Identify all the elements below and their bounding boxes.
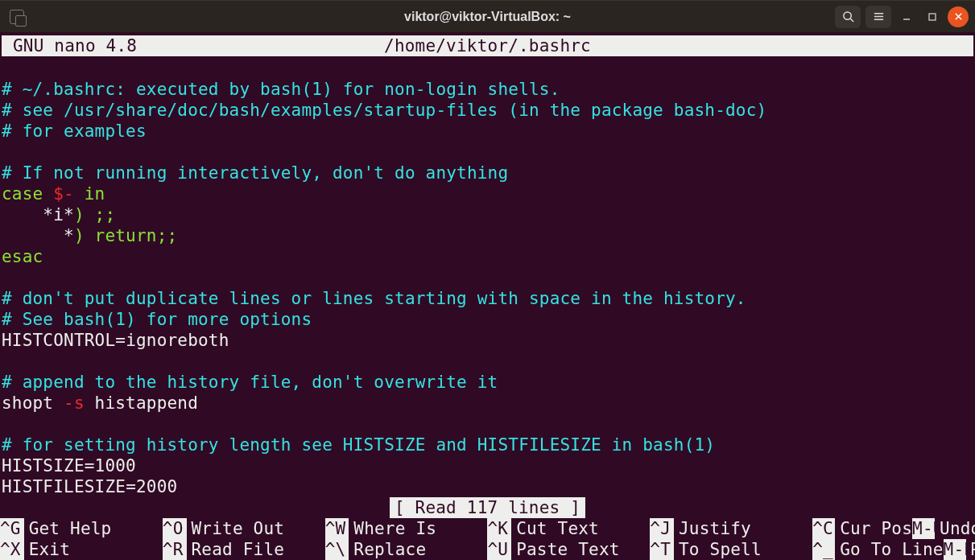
shortcut-item: ^_Go To LineM-ERedo xyxy=(812,539,975,560)
shortcut-item: ^GGet Help xyxy=(0,518,163,539)
menu-button[interactable] xyxy=(866,6,891,28)
nano-app-title: GNU nano 4.8 xyxy=(8,35,137,56)
shortcut-item: ^RRead File xyxy=(163,539,325,560)
window-title: viktor@viktor-VirtualBox: ~ xyxy=(404,10,571,24)
search-button[interactable] xyxy=(835,6,861,28)
minimize-button[interactable] xyxy=(896,6,917,27)
status-bar: [ Read 117 lines ] xyxy=(0,497,975,518)
status-message: [ Read 117 lines ] xyxy=(390,497,585,518)
maximize-button[interactable] xyxy=(922,6,943,27)
shortcut-item: ^CCur PosM-UUndo xyxy=(812,518,975,539)
code-line: HISTFILESIZE=2000 xyxy=(2,477,177,496)
code-line: # If not running interactively, don't do… xyxy=(2,163,508,183)
shortcut-item: ^WWhere Is xyxy=(325,518,488,539)
code-line: # for setting history length see HISTSIZ… xyxy=(2,435,715,455)
search-icon xyxy=(842,10,854,23)
svg-rect-6 xyxy=(929,14,936,20)
shortcut-item: ^XExit xyxy=(0,539,163,560)
svg-line-1 xyxy=(850,19,853,22)
code-line: esac xyxy=(2,247,43,266)
code-line: # append to the history file, don't over… xyxy=(2,373,498,392)
code-line: *) return;; xyxy=(2,226,177,245)
shortcut-item: ^JJustify xyxy=(650,518,812,539)
shortcut-bar: ^GGet Help ^OWrite Out ^WWhere Is ^KCut … xyxy=(0,518,975,560)
code-line: HISTCONTROL=ignoreboth xyxy=(2,331,229,350)
code-line: # for examples xyxy=(2,121,147,141)
hamburger-icon xyxy=(873,10,885,23)
code-line: shopt -s histappend xyxy=(2,393,198,413)
editor-content[interactable]: # ~/.bashrc: executed by bash(1) for non… xyxy=(2,56,973,518)
tab-switcher-icon[interactable] xyxy=(10,10,24,24)
code-line: *i*) ;; xyxy=(2,205,115,224)
shortcut-item: ^UPaste Text xyxy=(487,539,650,560)
shortcut-item: ^TTo Spell xyxy=(650,539,812,560)
nano-header: GNU nano 4.8 /home/viktor/.bashrc xyxy=(2,35,973,56)
shortcut-item: ^KCut Text xyxy=(487,518,650,539)
terminal-area[interactable]: GNU nano 4.8 /home/viktor/.bashrc # ~/.b… xyxy=(0,32,975,560)
shortcut-item: ^OWrite Out xyxy=(163,518,325,539)
code-line: # ~/.bashrc: executed by bash(1) for non… xyxy=(2,80,560,99)
code-line: # don't put duplicate lines or lines sta… xyxy=(2,289,746,308)
close-button[interactable] xyxy=(948,6,969,27)
maximize-icon xyxy=(927,12,937,22)
code-line: case $- in xyxy=(2,184,105,204)
code-line: # see /usr/share/doc/bash/examples/start… xyxy=(2,101,766,120)
svg-point-0 xyxy=(843,12,850,19)
minimize-icon xyxy=(902,12,911,22)
nano-file-path: /home/viktor/.bashrc xyxy=(384,35,591,56)
shortcut-item: ^\Replace xyxy=(325,539,488,560)
window-titlebar: viktor@viktor-VirtualBox: ~ xyxy=(0,0,975,32)
code-line: HISTSIZE=1000 xyxy=(2,456,136,476)
close-icon xyxy=(954,12,963,21)
code-line: # See bash(1) for more options xyxy=(2,310,312,329)
